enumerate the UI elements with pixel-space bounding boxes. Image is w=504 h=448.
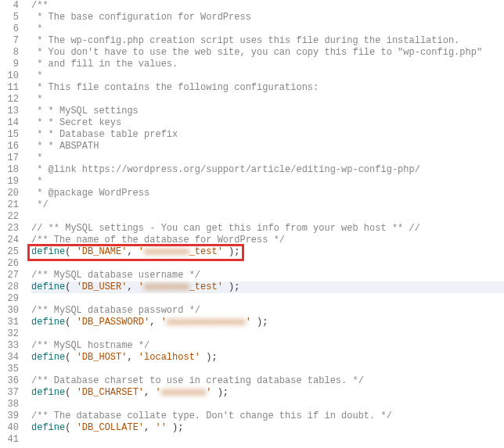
comment-text: /** Database charset to use in creating … xyxy=(31,375,364,386)
define-value: 'localhost' xyxy=(139,352,200,363)
define-value: 'aaaaaaaa_test' xyxy=(139,281,223,292)
code-line[interactable]: * * Database table prefix xyxy=(31,129,504,141)
line-number: 24 xyxy=(0,235,19,246)
line-number: 12 xyxy=(0,94,19,106)
comment-text: * xyxy=(31,94,42,105)
code-line[interactable]: * xyxy=(31,94,504,106)
define-key: 'DB_NAME' xyxy=(77,246,128,257)
line-number: 23 xyxy=(0,223,19,235)
define-keyword: define xyxy=(31,387,65,398)
line-number: 13 xyxy=(0,106,19,117)
define-keyword: define xyxy=(31,352,65,363)
comment-text: * xyxy=(31,70,42,81)
code-line[interactable]: * You don't have to use the web site, yo… xyxy=(31,47,504,59)
define-key: 'DB_USER' xyxy=(77,281,128,292)
code-line[interactable]: * * ABSPATH xyxy=(31,141,504,152)
line-number: 9 xyxy=(0,59,19,70)
line-number: 10 xyxy=(0,70,19,82)
line-number: 33 xyxy=(0,340,19,352)
code-line[interactable]: * @package WordPress xyxy=(31,188,504,199)
code-line[interactable] xyxy=(31,399,504,410)
line-number: 27 xyxy=(0,270,19,281)
line-number: 16 xyxy=(0,141,19,152)
code-line[interactable]: /** The database collate type. Don't cha… xyxy=(31,410,504,422)
line-number: 36 xyxy=(0,375,19,387)
code-line[interactable]: define( 'DB_HOST', 'localhost' ); xyxy=(31,352,504,364)
define-keyword: define xyxy=(31,422,65,433)
code-line[interactable] xyxy=(31,211,504,223)
code-line[interactable]: define( 'DB_CHARSET', 'aaaaaaaa' ); xyxy=(31,387,504,399)
comment-text: /** The database collate type. Don't cha… xyxy=(31,410,392,421)
code-line[interactable]: /** MySQL database username */ xyxy=(31,270,504,281)
line-number: 18 xyxy=(0,164,19,176)
line-number: 37 xyxy=(0,387,19,399)
comment-text: /** MySQL database password */ xyxy=(31,305,200,316)
code-line[interactable]: * The wp-config.php creation script uses… xyxy=(31,35,504,47)
comment-text: * * ABSPATH xyxy=(31,141,99,152)
code-line[interactable]: /** MySQL hostname */ xyxy=(31,340,504,352)
line-number: 11 xyxy=(0,82,19,94)
line-number: 35 xyxy=(0,364,19,375)
code-line[interactable] xyxy=(31,293,504,305)
code-line[interactable]: */ xyxy=(31,199,504,211)
code-editor: 4567891011121314151617181920212223242526… xyxy=(0,0,504,448)
define-keyword: define xyxy=(31,317,65,328)
code-line[interactable]: * This file contains the following confi… xyxy=(31,82,504,94)
line-number: 32 xyxy=(0,328,19,340)
code-line[interactable]: * @link https://wordpress.org/support/ar… xyxy=(31,164,504,176)
comment-text: /** The name of the database for WordPre… xyxy=(31,235,285,246)
code-line[interactable] xyxy=(31,328,504,340)
comment-text: * You don't have to use the web site, yo… xyxy=(31,47,482,58)
line-number: 26 xyxy=(0,258,19,270)
code-line[interactable]: define( 'DB_USER', 'aaaaaaaa_test' ); xyxy=(31,281,504,293)
line-number: 5 xyxy=(0,12,19,23)
comment-text: */ xyxy=(31,199,49,210)
code-line[interactable] xyxy=(31,364,504,375)
code-line[interactable] xyxy=(31,258,504,270)
line-number: 25 xyxy=(0,246,19,258)
comment-text: * xyxy=(31,176,42,187)
code-line[interactable]: * and fill in the values. xyxy=(31,59,504,70)
comment-text: * and fill in the values. xyxy=(31,59,178,70)
line-number: 8 xyxy=(0,47,19,59)
code-line[interactable] xyxy=(31,434,504,446)
code-line[interactable]: * xyxy=(31,176,504,188)
code-line[interactable]: * xyxy=(31,152,504,164)
code-area[interactable]: /** * The base configuration for WordPre… xyxy=(23,0,504,448)
code-line[interactable]: define( 'DB_PASSWORD', 'aaaaaaaaaaaaaa' … xyxy=(31,317,504,328)
code-line[interactable]: define( 'DB_NAME', 'aaaaaaaa_test' ); xyxy=(31,246,504,258)
line-number: 19 xyxy=(0,176,19,188)
line-number: 40 xyxy=(0,422,19,434)
comment-text: /** MySQL database username */ xyxy=(31,270,200,281)
code-line[interactable]: /** MySQL database password */ xyxy=(31,305,504,317)
code-line[interactable]: * xyxy=(31,70,504,82)
code-line[interactable]: /** The name of the database for WordPre… xyxy=(31,235,504,246)
code-line[interactable]: // ** MySQL settings - You can get this … xyxy=(31,223,504,235)
line-number: 29 xyxy=(0,293,19,305)
comment-text: * The wp-config.php creation script uses… xyxy=(31,35,459,46)
define-keyword: define xyxy=(31,281,65,292)
line-number: 41 xyxy=(0,434,19,446)
code-line[interactable]: /** xyxy=(31,0,504,12)
line-number-gutter: 4567891011121314151617181920212223242526… xyxy=(0,0,23,448)
line-number: 31 xyxy=(0,317,19,328)
code-line[interactable]: * xyxy=(31,23,504,35)
line-number: 7 xyxy=(0,35,19,47)
code-line[interactable]: /** Database charset to use in creating … xyxy=(31,375,504,387)
line-number: 15 xyxy=(0,129,19,141)
comment-text: * * MySQL settings xyxy=(31,106,139,116)
comment-text: * @link https://wordpress.org/support/ar… xyxy=(31,164,420,175)
line-number: 22 xyxy=(0,211,19,223)
define-value: 'aaaaaaaa' xyxy=(155,387,211,398)
comment-text: * @package WordPress xyxy=(31,188,149,199)
comment-text: * xyxy=(31,23,42,34)
code-line[interactable]: * * MySQL settings xyxy=(31,106,504,117)
define-key: 'DB_COLLATE' xyxy=(77,422,144,433)
define-keyword: define xyxy=(31,246,65,257)
code-line[interactable]: * The base configuration for WordPress xyxy=(31,12,504,23)
comment-text: /** xyxy=(31,0,49,11)
define-value: 'aaaaaaaa_test' xyxy=(139,246,223,257)
code-line[interactable]: * * Secret keys xyxy=(31,117,504,129)
code-line[interactable]: define( 'DB_COLLATE', '' ); xyxy=(31,422,504,434)
comment-text: * * Database table prefix xyxy=(31,129,178,140)
